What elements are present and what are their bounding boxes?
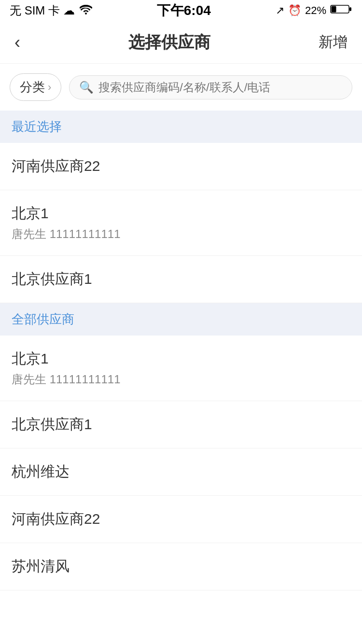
search-input[interactable] — [98, 81, 342, 94]
battery-icon — [330, 4, 352, 17]
search-bar: 分类 › 🔍 — [0, 64, 362, 111]
item-name: 河南供应商22 — [12, 156, 350, 176]
wifi-icon — [80, 4, 92, 17]
all-section-header: 全部供应商 — [0, 303, 362, 336]
item-name: 苏州清风 — [12, 557, 350, 576]
svg-rect-1 — [349, 7, 351, 11]
list-item[interactable]: 河南供应商22 — [0, 143, 362, 190]
back-button[interactable]: ‹ — [10, 28, 25, 57]
alarm-icon: ⏰ — [288, 4, 301, 17]
search-icon: 🔍 — [79, 81, 94, 94]
location-icon: ↗ — [276, 4, 284, 17]
sim-status: 无 SIM 卡 ☁ — [10, 3, 75, 18]
status-left: 无 SIM 卡 ☁ — [10, 3, 92, 18]
status-right: ↗ ⏰ 22% — [276, 4, 352, 17]
all-items-list: 北京1唐先生 11111111111北京供应商1杭州维达河南供应商22苏州清风 — [0, 336, 362, 590]
add-button[interactable]: 新增 — [314, 28, 352, 57]
item-sub: 唐先生 11111111111 — [12, 226, 350, 242]
recent-section-label: 最近选择 — [12, 119, 62, 134]
item-sub: 唐先生 11111111111 — [12, 372, 350, 387]
list-item[interactable]: 北京1唐先生 11111111111 — [0, 336, 362, 401]
recent-section-header: 最近选择 — [0, 111, 362, 143]
list-item[interactable]: 河南供应商22 — [0, 496, 362, 543]
battery-level: 22% — [305, 4, 326, 17]
list-item[interactable]: 杭州维达 — [0, 448, 362, 496]
item-name: 北京供应商1 — [12, 415, 350, 434]
page-title: 选择供应商 — [128, 31, 210, 54]
chevron-right-icon: › — [48, 81, 51, 94]
item-name: 杭州维达 — [12, 462, 350, 482]
nav-bar: ‹ 选择供应商 新增 — [0, 21, 362, 64]
category-label: 分类 — [20, 79, 45, 96]
status-bar: 无 SIM 卡 ☁ 下午6:04 ↗ ⏰ 22% — [0, 0, 362, 21]
list-item[interactable]: 北京供应商1 — [0, 256, 362, 303]
item-name: 北京1 — [12, 349, 350, 369]
list-item[interactable]: 苏州清风 — [0, 543, 362, 590]
item-name: 北京1 — [12, 204, 350, 224]
list-item[interactable]: 北京1唐先生 11111111111 — [0, 190, 362, 256]
item-name: 河南供应商22 — [12, 509, 350, 529]
search-input-wrap[interactable]: 🔍 — [69, 75, 352, 99]
all-section-label: 全部供应商 — [12, 312, 74, 326]
status-time: 下午6:04 — [157, 1, 211, 20]
list-item[interactable]: 北京供应商1 — [0, 401, 362, 448]
svg-rect-2 — [331, 6, 336, 13]
item-name: 北京供应商1 — [12, 269, 350, 289]
category-button[interactable]: 分类 › — [10, 73, 61, 101]
recent-items-list: 河南供应商22北京1唐先生 11111111111北京供应商1 — [0, 143, 362, 303]
